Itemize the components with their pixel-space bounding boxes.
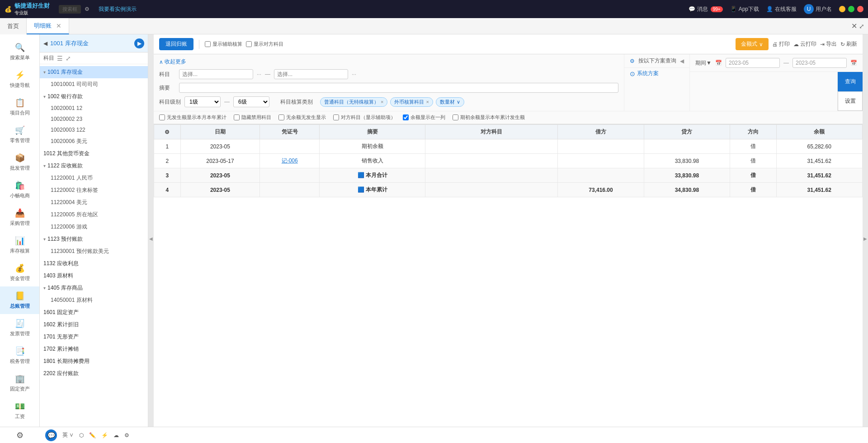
tree-node-10010001[interactable]: 10010001 司司司司 xyxy=(40,78,148,91)
display-aux-checkbox[interactable]: 显示辅助核算 xyxy=(205,41,242,48)
period-start-input[interactable] xyxy=(726,58,780,68)
sidebar-item-salary[interactable]: 💵 工资 xyxy=(0,397,39,424)
bottom-icon2[interactable]: ✏️ xyxy=(89,432,96,438)
tag-quantity[interactable]: 数量材 ∨ xyxy=(436,97,464,107)
cb-hide-disabled-input[interactable] xyxy=(234,114,240,120)
return-btn[interactable]: 退回归账 xyxy=(159,38,193,50)
tree-node-11220002[interactable]: 11220002 往来标签 xyxy=(40,184,148,196)
bottom-icon4[interactable]: ☁ xyxy=(113,432,119,438)
subject-input-end[interactable] xyxy=(274,69,348,79)
period-btn[interactable]: 期间▼ xyxy=(695,59,712,67)
cb-same-line-input[interactable] xyxy=(403,114,409,120)
cb-same-line[interactable]: 余额显示在一列 xyxy=(403,114,445,121)
summary-input[interactable] xyxy=(179,83,618,93)
subject-input-start[interactable] xyxy=(179,69,253,79)
message-btn[interactable]: 💬 消息 99+ xyxy=(689,5,723,13)
tag-forex[interactable]: 外币核算科目 × xyxy=(390,97,433,107)
scheme-collapse-icon[interactable]: ◀ xyxy=(680,58,684,64)
tree-node-1801[interactable]: 1801 长期待摊费用 xyxy=(40,355,148,367)
cb-opposite[interactable]: 对方科目（显示辅助项） xyxy=(333,114,396,121)
settings-top-icon[interactable]: ⚙ xyxy=(85,6,90,12)
level-start-select[interactable]: 1级2级3级 xyxy=(184,96,221,107)
expand-btn[interactable]: ∧ 收起更多 xyxy=(159,58,186,66)
sidebar-item-wholesale[interactable]: 📦 批发管理 xyxy=(0,148,39,176)
voucher-link[interactable]: 记-006 xyxy=(282,157,298,164)
tree-node-10020006[interactable]: 10020006 美元 xyxy=(40,135,148,148)
subject-more-icon2[interactable]: ··· xyxy=(352,71,356,77)
tree-node-1602[interactable]: 1602 累计折旧 xyxy=(40,319,148,331)
sidebar-item-project[interactable]: 📋 项目合同 xyxy=(0,93,39,121)
sidebar-item-assets[interactable]: 🏢 固定资产 xyxy=(0,369,39,397)
tree-node-11220004[interactable]: 11220004 美元 xyxy=(40,196,148,209)
cb-opposite-input[interactable] xyxy=(333,114,339,120)
bottom-icon1[interactable]: ⬡ xyxy=(79,432,84,438)
minimize-btn[interactable] xyxy=(839,6,845,12)
sidebar-item-capital[interactable]: 💰 资金管理 xyxy=(0,259,39,286)
maximize-btn[interactable] xyxy=(848,6,854,12)
cb-opening-input[interactable] xyxy=(453,114,458,120)
tree-list-icon[interactable]: ☰ xyxy=(57,55,63,62)
tree-node-11220006[interactable]: 11220006 游戏 xyxy=(40,221,148,233)
bottom-lang-label[interactable]: 英 ∨ xyxy=(62,431,74,439)
period-cal-icon[interactable]: 📅 xyxy=(715,60,722,66)
tree-node-14050001[interactable]: 14050001 原材料 xyxy=(40,294,148,306)
user-btn[interactable]: U 用户名 xyxy=(804,4,832,14)
tree-node-11230001[interactable]: 11230001 预付账款美元 xyxy=(40,245,148,257)
tag-normal[interactable]: 普通科目（无特殊核算） × xyxy=(320,97,387,107)
period-cal-icon2[interactable]: 📅 xyxy=(850,60,857,66)
sidebar-item-retail[interactable]: 🛒 零售管理 xyxy=(0,121,39,148)
system-scheme-label[interactable]: 系统方案 xyxy=(637,70,659,77)
print-btn[interactable]: 🖨 打印 xyxy=(772,40,790,48)
tag-forex-close[interactable]: × xyxy=(426,99,429,105)
sidebar-item-invoice[interactable]: 🧾 发票管理 xyxy=(0,314,39,342)
refresh-btn[interactable]: ↻ 刷新 xyxy=(840,40,857,48)
tab-detail-close[interactable]: ✕ xyxy=(56,22,61,29)
settings-filter-btn[interactable]: 设置 xyxy=(838,91,863,111)
tree-node-2202[interactable]: 2202 应付账款 xyxy=(40,367,148,380)
tree-expand-icon[interactable]: ⤢ xyxy=(66,55,71,62)
search-bar[interactable]: 搜索框 xyxy=(59,5,81,14)
level-end-select[interactable]: 6级5级4级 xyxy=(233,96,269,107)
cb-opening[interactable]: 期初余额显示本年累计发生额 xyxy=(453,114,525,121)
bottom-icon5[interactable]: ⚙ xyxy=(124,432,129,438)
sidebar-item-ecommerce[interactable]: 🛍️ 小畅电商 xyxy=(0,176,39,204)
export-btn[interactable]: ⇥ 导出 xyxy=(820,40,837,48)
tree-node-11220001[interactable]: 11220001 人民币 xyxy=(40,172,148,184)
window-close-icon[interactable]: ✕ xyxy=(851,22,857,30)
demo-btn[interactable]: 我要看实例演示 xyxy=(99,5,137,13)
sidebar-settings-icon[interactable]: ⚙ xyxy=(16,430,24,440)
sidebar-item-inventory[interactable]: 📊 库存核算 xyxy=(0,231,39,259)
tree-node-1601[interactable]: 1601 固定资产 xyxy=(40,306,148,319)
tree-node-1132[interactable]: 1132 应收利息 xyxy=(40,257,148,270)
left-collapse-btn[interactable]: ◀ xyxy=(148,34,154,443)
subject-more-icon[interactable]: ··· xyxy=(257,71,261,77)
tree-node-1012[interactable]: 1012 其他货币资金 xyxy=(40,148,148,160)
sidebar-item-ledger[interactable]: 📒 总账管理 xyxy=(0,286,39,314)
tab-detail[interactable]: 明细账 ✕ xyxy=(27,18,69,34)
display-aux-input[interactable] xyxy=(205,41,211,47)
cb-no-amount-input[interactable] xyxy=(159,114,165,120)
scheme-icon[interactable]: ⚙ xyxy=(630,58,635,64)
cb-hide-disabled[interactable]: 隐藏禁用科目 xyxy=(234,114,271,121)
tree-node-1701[interactable]: 1701 无形资产 xyxy=(40,331,148,343)
sidebar-item-quicknav[interactable]: ⚡ 快捷导航 xyxy=(0,66,39,93)
sidebar-item-purchase[interactable]: 📥 采购管理 xyxy=(0,204,39,231)
tree-node-1403[interactable]: 1403 原材料 xyxy=(40,270,148,282)
download-btn[interactable]: 📱 App下载 xyxy=(730,5,759,13)
cb-no-amount[interactable]: 无发生额显示本月本年累计 xyxy=(159,114,226,121)
right-handle[interactable]: ▶ xyxy=(863,34,868,443)
bottom-icon3[interactable]: ⚡ xyxy=(101,432,108,438)
sidebar-item-search[interactable]: 🔍 搜索菜单 xyxy=(0,38,39,66)
tree-node-1123[interactable]: ▾ 1123 预付账款 xyxy=(40,233,148,245)
bottom-chat-btn[interactable]: 💬 xyxy=(45,429,57,441)
tree-node-10020002[interactable]: 10020002 23 xyxy=(40,114,148,124)
period-end-input[interactable] xyxy=(793,58,847,68)
cloud-print-btn[interactable]: ☁ 云打印 xyxy=(793,40,816,48)
query-btn[interactable]: 查询 xyxy=(838,72,863,91)
tree-node-1122[interactable]: ▾ 1122 应收账款 xyxy=(40,160,148,172)
cb-no-balance-input[interactable] xyxy=(278,114,284,120)
display-opposite-input[interactable] xyxy=(246,41,252,47)
tree-next-btn[interactable]: ▶ xyxy=(134,38,144,48)
format-btn[interactable]: 金额式 ∨ xyxy=(736,38,769,50)
row2-voucher[interactable]: 记-006 xyxy=(260,154,320,168)
